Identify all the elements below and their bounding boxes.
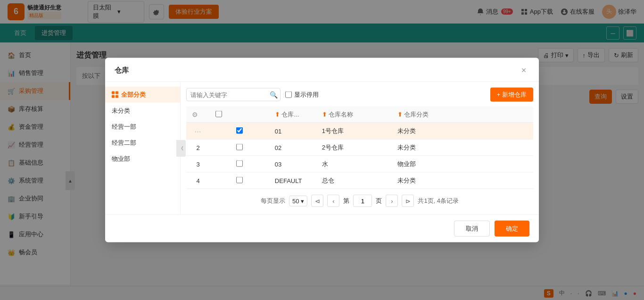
modal-footer: 取消 确定 (105, 215, 539, 242)
col-header-code[interactable]: ⬆ 仓库... (269, 107, 316, 123)
row-name: 2号仓库 (316, 139, 392, 156)
row-category: 物业部 (392, 156, 533, 172)
first-page-button[interactable]: ⊲ (311, 195, 323, 207)
col-header-checkbox (210, 107, 269, 123)
page-label-before: 第 (343, 197, 349, 205)
warehouse-modal: 仓库 × 全部分类 未分类 经营一部 经营二部 物业部 《 🔍 (105, 58, 539, 242)
grid-icon (112, 92, 118, 98)
category-collapse-button[interactable]: 《 (176, 140, 186, 157)
row-name: 水 (316, 156, 392, 172)
pagination: 每页显示 50 ▾ ⊲ ‹ 第 页 › ⊳ 共1页, 4条记录 (186, 189, 533, 209)
row-checkbox[interactable] (236, 160, 243, 167)
col-header-gear: ⚙ (186, 107, 210, 123)
category-item-property[interactable]: 物业部 (105, 151, 180, 167)
table-panel: 🔍 显示停用 + 新增仓库 ⚙ (181, 82, 539, 215)
page-number-input[interactable] (353, 195, 372, 207)
row-num: ··· (186, 123, 210, 139)
last-page-button[interactable]: ⊳ (402, 195, 414, 207)
sort-icon2: ⬆ (322, 111, 327, 118)
category-panel: 全部分类 未分类 经营一部 经营二部 物业部 《 (105, 82, 181, 215)
search-box: 🔍 (186, 88, 281, 101)
table-row[interactable]: ··· 01 1号仓库 未分类 (186, 123, 533, 139)
search-icon[interactable]: 🔍 (270, 91, 278, 99)
row-checkbox[interactable] (236, 143, 243, 150)
modal-body: 全部分类 未分类 经营一部 经营二部 物业部 《 🔍 显示停用 + 新增仓库 (105, 82, 539, 215)
row-category: 未分类 (392, 123, 533, 139)
sort-icon3: ⬆ (397, 111, 403, 118)
modal-title: 仓库 (115, 66, 129, 75)
row-category: 未分类 (392, 172, 533, 189)
search-input[interactable] (190, 91, 270, 98)
row-code: 02 (269, 139, 316, 156)
row-code: DEFAULT (269, 172, 316, 189)
table-row[interactable]: 3 03 水 物业部 (186, 156, 533, 172)
col-header-name[interactable]: ⬆ 仓库名称 (316, 107, 392, 123)
row-checkbox-cell (210, 123, 269, 139)
category-item-dept2[interactable]: 经营二部 (105, 135, 180, 151)
select-all-checkbox[interactable] (215, 110, 222, 117)
row-checkbox-cell (210, 156, 269, 172)
show-disabled-checkbox[interactable] (285, 92, 292, 98)
row-num: 4 (186, 172, 210, 189)
warehouse-table: ⚙ ⬆ 仓库... ⬆ 仓库名称 (186, 107, 533, 189)
prev-page-button[interactable]: ‹ (327, 195, 339, 207)
page-size-select[interactable]: 50 ▾ (289, 195, 307, 206)
table-row[interactable]: 2 02 2号仓库 未分类 (186, 139, 533, 156)
category-item-dept1[interactable]: 经营一部 (105, 119, 180, 135)
row-checkbox-cell (210, 172, 269, 189)
row-num: 2 (186, 139, 210, 156)
col-header-category[interactable]: ⬆ 仓库分类 (392, 107, 533, 123)
row-category: 未分类 (392, 139, 533, 156)
cancel-button[interactable]: 取消 (454, 221, 490, 237)
gear-icon[interactable]: ⚙ (192, 111, 198, 118)
row-checkbox-cell (210, 139, 269, 156)
confirm-button[interactable]: 确定 (495, 221, 529, 237)
row-checkbox[interactable] (236, 127, 243, 133)
show-disabled-label[interactable]: 显示停用 (285, 91, 319, 99)
modal-header: 仓库 × (105, 58, 539, 82)
row-checkbox[interactable] (236, 176, 243, 183)
modal-close-button[interactable]: × (518, 65, 529, 76)
row-name: 1号仓库 (316, 123, 392, 139)
next-page-button[interactable]: › (386, 195, 398, 207)
row-code: 03 (269, 156, 316, 172)
row-num: 3 (186, 156, 210, 172)
table-row[interactable]: 4 DEFAULT 总仓 未分类 (186, 172, 533, 189)
table-toolbar: 🔍 显示停用 + 新增仓库 (186, 88, 533, 102)
sort-icon: ⬆ (275, 111, 280, 118)
row-name: 总仓 (316, 172, 392, 189)
row-code: 01 (269, 123, 316, 139)
three-dots-icon[interactable]: ··· (195, 127, 201, 134)
chevron-down-icon2: ▾ (301, 197, 304, 204)
category-all-item[interactable]: 全部分类 (105, 87, 180, 103)
add-warehouse-button[interactable]: + 新增仓库 (490, 88, 533, 102)
category-item-unclassified[interactable]: 未分类 (105, 103, 180, 119)
